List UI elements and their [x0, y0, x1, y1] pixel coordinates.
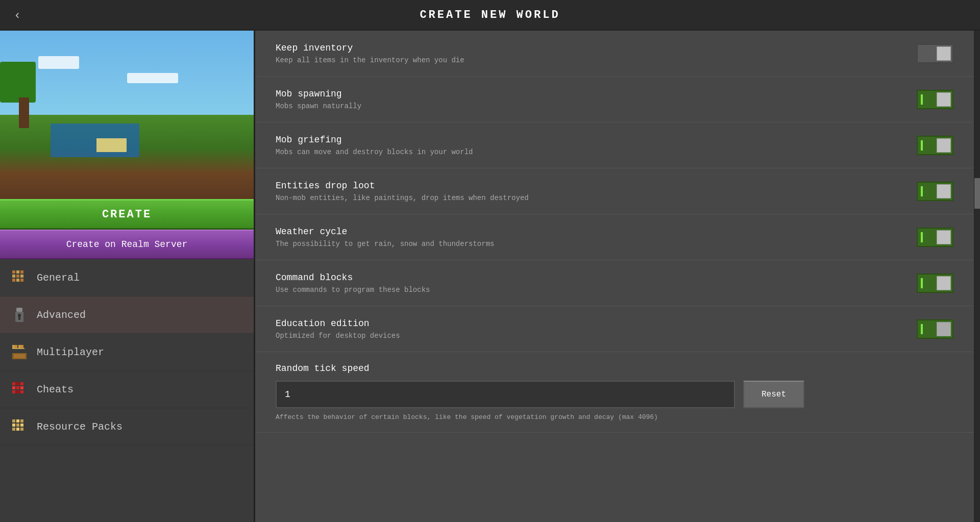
cheats-icon: [10, 380, 29, 399]
setting-command-blocks: Command blocks Use commands to program t…: [255, 260, 974, 306]
advanced-icon: [10, 306, 29, 324]
weather-cycle-desc: The possibility to get rain, snow and th…: [276, 240, 896, 248]
setting-education-info: Education edition Optimized for desktop …: [276, 318, 896, 340]
entities-drop-loot-toggle[interactable]: [917, 182, 953, 201]
svg-rect-32: [12, 419, 15, 422]
sidebar-item-cheats[interactable]: Cheats: [0, 371, 254, 408]
content-area: Keep inventory Keep all items in the inv…: [255, 31, 974, 522]
svg-rect-9: [16, 308, 22, 312]
mob-spawning-title: Mob spawning: [276, 89, 896, 99]
svg-rect-35: [12, 424, 15, 427]
tree-leaves: [0, 62, 36, 103]
svg-rect-2: [20, 270, 23, 274]
svg-rect-27: [16, 386, 19, 389]
svg-rect-20: [18, 348, 24, 349]
mob-griefing-desc: Mobs can move and destroy blocks in your…: [276, 148, 896, 156]
back-button[interactable]: ‹: [10, 5, 24, 24]
multiplayer-label: Multiplayer: [37, 346, 104, 358]
toggle-knob: [937, 92, 951, 107]
svg-rect-33: [16, 419, 19, 422]
sand-area: [96, 138, 127, 152]
toggle-bar: [921, 232, 923, 242]
resource-packs-icon: [10, 417, 29, 436]
svg-rect-25: [20, 382, 23, 385]
svg-rect-26: [12, 386, 15, 389]
general-label: General: [37, 272, 80, 284]
education-edition-toggle[interactable]: [917, 319, 953, 339]
toggle-knob: [937, 46, 951, 61]
setting-mob-spawning: Mob spawning Mobs spawn naturally: [255, 77, 974, 122]
create-button[interactable]: CREATE: [0, 199, 254, 230]
mob-griefing-toggle[interactable]: [917, 136, 953, 155]
command-blocks-toggle[interactable]: [917, 274, 953, 293]
toggle-bar: [921, 94, 923, 105]
sidebar-item-general[interactable]: General: [0, 259, 254, 296]
education-edition-toggle-container: [917, 319, 953, 339]
setting-keep-inventory: Keep inventory Keep all items in the inv…: [255, 31, 974, 77]
mob-spawning-toggle[interactable]: [917, 90, 953, 109]
keep-inventory-desc: Keep all items in the inventory when you…: [276, 56, 896, 64]
sidebar-item-resource-packs[interactable]: Resource Packs: [0, 408, 254, 445]
keep-inventory-toggle[interactable]: [917, 44, 953, 63]
setting-weather-info: Weather cycle The possibility to get rai…: [276, 227, 896, 248]
svg-rect-37: [20, 424, 23, 427]
cloud-1: [38, 56, 79, 69]
svg-rect-3: [12, 275, 15, 278]
world-preview: [0, 31, 254, 199]
svg-rect-1: [16, 270, 19, 274]
scrollbar-thumb[interactable]: [974, 178, 980, 209]
education-edition-desc: Optimized for desktop devices: [276, 332, 896, 340]
setting-mob-spawning-info: Mob spawning Mobs spawn naturally: [276, 89, 896, 110]
setting-mob-griefing: Mob griefing Mobs can move and destroy b…: [255, 122, 974, 168]
cheats-label: Cheats: [37, 384, 74, 395]
keep-inventory-toggle-container: [917, 44, 953, 63]
tick-speed-input[interactable]: [276, 381, 735, 408]
education-edition-title: Education edition: [276, 318, 896, 329]
svg-rect-16: [12, 348, 18, 349]
entities-drop-loot-desc: Non-mob entities, like paintings, drop i…: [276, 194, 896, 202]
svg-rect-29: [12, 390, 15, 393]
entities-drop-loot-title: Entities drop loot: [276, 181, 896, 191]
multiplayer-icon: [10, 343, 29, 361]
reset-button[interactable]: Reset: [743, 381, 804, 408]
svg-rect-5: [20, 275, 23, 278]
svg-rect-39: [16, 428, 19, 431]
resource-packs-label: Resource Packs: [37, 421, 122, 433]
setting-weather-cycle: Weather cycle The possibility to get rai…: [255, 214, 974, 260]
page-scrollbar[interactable]: [974, 31, 980, 522]
sidebar: CREATE Create on Realm Server: [0, 31, 255, 522]
sidebar-item-advanced[interactable]: Advanced: [0, 296, 254, 334]
svg-rect-6: [12, 279, 15, 282]
entities-drop-loot-toggle-container: [917, 182, 953, 201]
svg-rect-15: [14, 345, 17, 348]
tick-speed-note: Affects the behavior of certain blocks, …: [276, 413, 953, 421]
mob-spawning-toggle-container: [917, 90, 953, 109]
tick-speed-controls: Reset: [276, 381, 953, 408]
sidebar-item-multiplayer[interactable]: Multiplayer: [0, 334, 254, 371]
setting-entities-info: Entities drop loot Non-mob entities, lik…: [276, 181, 896, 202]
advanced-label: Advanced: [37, 309, 86, 321]
tree-1: [13, 62, 36, 128]
toggle-knob: [937, 230, 951, 244]
setting-entities-drop-loot: Entities drop loot Non-mob entities, lik…: [255, 168, 974, 214]
weather-cycle-toggle-container: [917, 228, 953, 247]
svg-rect-19: [20, 345, 23, 348]
setting-education-edition: Education edition Optimized for desktop …: [255, 306, 974, 352]
keep-inventory-title: Keep inventory: [276, 43, 896, 53]
header: ‹ CREATE NEW WORLD: [0, 0, 980, 31]
setting-keep-inventory-info: Keep inventory Keep all items in the inv…: [276, 43, 896, 64]
svg-rect-11: [18, 314, 21, 317]
toggle-knob: [937, 276, 951, 290]
tree-trunk: [19, 97, 29, 128]
svg-rect-34: [20, 419, 23, 422]
realm-button[interactable]: Create on Realm Server: [0, 230, 254, 259]
svg-rect-36: [16, 424, 19, 427]
cloud-2: [127, 73, 178, 83]
toggle-bar: [921, 324, 923, 334]
svg-rect-30: [16, 390, 19, 393]
weather-cycle-toggle[interactable]: [917, 228, 953, 247]
svg-rect-0: [12, 270, 15, 274]
setting-command-blocks-info: Command blocks Use commands to program t…: [276, 272, 896, 294]
back-icon: ‹: [15, 8, 19, 21]
toggle-bar: [921, 186, 923, 196]
